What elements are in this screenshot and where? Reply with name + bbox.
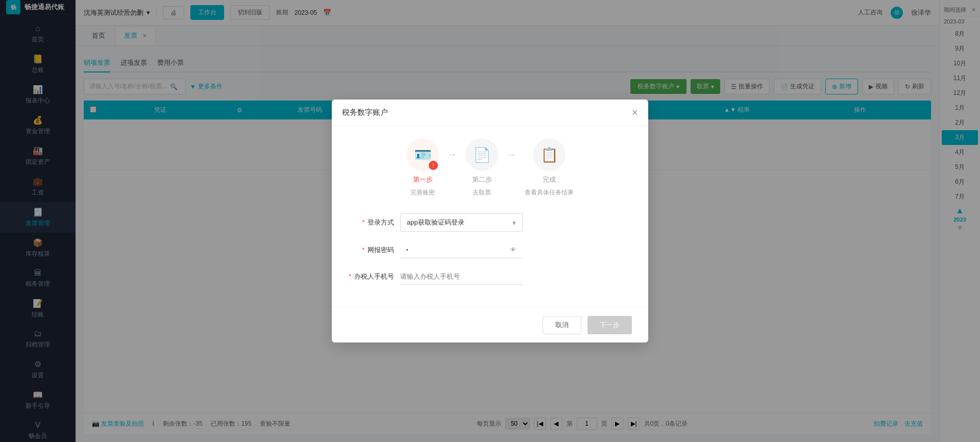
dialog-overlay: 税务数字账户 ✕ 🪪 ! 第一步 完善账密 → 📄 [0, 0, 980, 442]
dialog-body: 🪪 ! 第一步 完善账密 → 📄 第二步 去取票 → [332, 126, 648, 307]
step1-label: 第一步 [413, 175, 433, 184]
password-row: * 网报密码 • 👁 [348, 242, 632, 258]
eye-icon[interactable]: 👁 [510, 246, 517, 254]
password-input[interactable]: • 👁 [400, 242, 523, 258]
step1-icon: 🪪 ! [406, 138, 439, 171]
chevron-down-icon: ▾ [512, 219, 516, 227]
steps: 🪪 ! 第一步 完善账密 → 📄 第二步 去取票 → [348, 138, 632, 197]
login-method-label: * 登录方式 [348, 218, 394, 227]
login-method-select[interactable]: app获取验证码登录 ▾ [400, 213, 523, 232]
tax-account-dialog: 税务数字账户 ✕ 🪪 ! 第一步 完善账密 → 📄 [332, 100, 648, 342]
phone-row: * 办税人手机号 [348, 268, 632, 285]
dialog-footer: 取消 下一步 [332, 307, 648, 342]
dialog-header: 税务数字账户 ✕ [332, 100, 648, 126]
phone-label: * 办税人手机号 [348, 272, 394, 281]
step2-desc: 去取票 [473, 188, 491, 197]
step1-desc: 完善账密 [410, 188, 435, 197]
step-arrow-2: → [506, 149, 517, 160]
step-1: 🪪 ! 第一步 完善账密 [406, 138, 439, 197]
step3-label: 完成 [543, 175, 556, 184]
step1-badge: ! [429, 161, 438, 170]
step3-desc: 查看具体任务结果 [525, 188, 574, 197]
step-arrow-1: → [447, 149, 457, 160]
next-btn[interactable]: 下一步 [587, 316, 632, 334]
login-method-row: * 登录方式 app获取验证码登录 ▾ [348, 213, 632, 232]
password-label: * 网报密码 [348, 245, 394, 255]
step2-label: 第二步 [472, 175, 492, 184]
step-2: 📄 第二步 去取票 [465, 138, 498, 197]
cancel-btn[interactable]: 取消 [543, 316, 581, 334]
dialog-close-btn[interactable]: ✕ [631, 108, 638, 117]
phone-input[interactable] [400, 268, 523, 285]
step-3: 📋 完成 查看具体任务结果 [525, 138, 574, 197]
step2-icon: 📄 [465, 138, 498, 171]
dialog-title: 税务数字账户 [342, 108, 388, 117]
step3-icon: 📋 [533, 138, 566, 171]
